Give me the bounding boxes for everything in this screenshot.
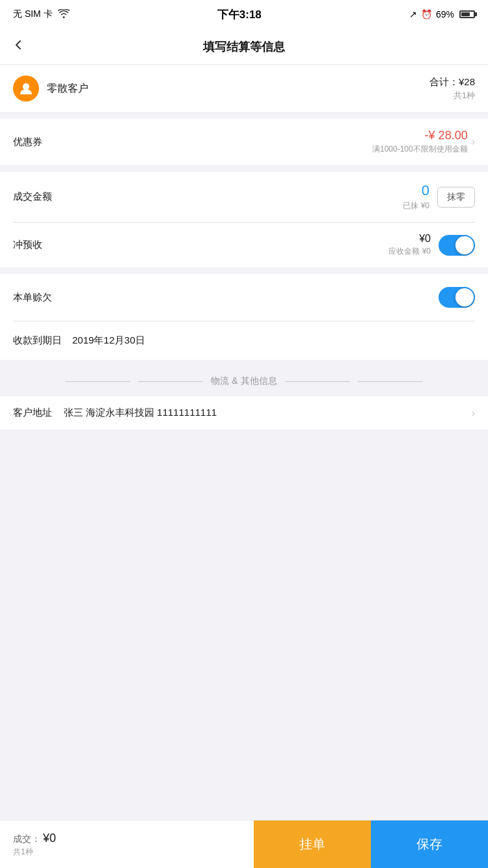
coupon-label: 优惠券 <box>13 136 42 148</box>
toggle-knob <box>455 236 474 254</box>
coupon-section: 优惠券 -¥ 28.00 满1000-100不限制使用金额 › <box>0 118 488 165</box>
prepay-row: 冲预收 ¥0 应收金额 ¥0 <box>13 223 475 267</box>
logistics-line-left <box>138 381 203 382</box>
prepay-value-block: ¥0 应收金额 ¥0 <box>388 233 431 257</box>
address-section[interactable]: 客户地址 张三 海淀永丰科技园 11111111111 › <box>0 396 488 429</box>
page-title: 填写结算等信息 <box>203 39 285 55</box>
logistics-label: 物流 & 其他信息 <box>65 375 422 387</box>
bottom-summary-main: 成交： ¥0 <box>13 832 241 845</box>
save-button[interactable]: 保存 <box>371 821 488 869</box>
status-bar: 无 SIM 卡 下午3:18 ↗ ⏰ 69% <box>0 0 488 29</box>
prepay-note: 应收金额 ¥0 <box>388 246 431 257</box>
debit-toggle-knob <box>455 288 474 306</box>
no-sim-text: 无 SIM 卡 <box>13 8 53 20</box>
bottom-label: 成交： <box>13 834 40 845</box>
coupon-desc: 满1000-100不限制使用金额 <box>372 144 468 155</box>
customer-left: 零散客户 <box>13 75 88 102</box>
debit-row: 本单赊欠 <box>13 274 475 321</box>
form-inner: 成交金额 0 已抹 ¥0 抹零 冲预收 ¥0 应收金额 ¥0 <box>0 172 488 267</box>
prepay-label: 冲预收 <box>13 239 65 251</box>
status-right: ↗ ⏰ 69% <box>409 9 475 20</box>
customer-name: 零散客户 <box>47 82 88 96</box>
customer-section: 零散客户 合计：¥28 共1种 <box>0 65 488 112</box>
logistics-line-right <box>285 381 350 382</box>
bottom-amount: ¥0 <box>43 832 56 845</box>
round-off-button[interactable]: 抹零 <box>437 187 475 208</box>
deal-value-block: 0 已抹 ¥0 <box>403 182 429 211</box>
coupon-row[interactable]: 优惠券 -¥ 28.00 满1000-100不限制使用金额 › <box>0 118 488 165</box>
hang-button[interactable]: 挂单 <box>254 821 371 869</box>
location-icon: ↗ <box>409 9 417 20</box>
customer-avatar <box>13 75 39 102</box>
prepay-toggle[interactable] <box>439 235 475 256</box>
customer-count: 共1种 <box>429 90 475 102</box>
alarm-icon: ⏰ <box>421 9 432 20</box>
prepay-amount: ¥0 <box>388 233 431 245</box>
address-value: 张三 海淀永丰科技园 11111111111 <box>64 407 467 419</box>
debit-toggle[interactable] <box>439 287 475 308</box>
bottom-count: 共1种 <box>13 847 241 858</box>
svg-point-0 <box>23 83 29 90</box>
bottom-bar: 成交： ¥0 共1种 挂单 保存 <box>0 820 488 868</box>
due-date-row: 收款到期日 2019年12月30日 <box>13 321 475 360</box>
deal-label: 成交金额 <box>13 191 65 203</box>
deal-note: 已抹 ¥0 <box>403 200 429 211</box>
status-left: 无 SIM 卡 <box>13 8 70 20</box>
status-time: 下午3:18 <box>217 7 262 22</box>
deal-row: 成交金额 0 已抹 ¥0 抹零 <box>13 172 475 223</box>
battery-text: 69% <box>436 9 454 20</box>
deal-amount: 0 <box>403 182 429 199</box>
coupon-right: -¥ 28.00 满1000-100不限制使用金额 › <box>372 129 475 155</box>
deal-right: 0 已抹 ¥0 抹零 <box>403 182 475 211</box>
wifi-icon <box>58 9 70 20</box>
logistics-section: 物流 & 其他信息 <box>0 366 488 396</box>
debit-section: 本单赊欠 收款到期日 2019年12月30日 <box>0 274 488 360</box>
debit-label: 本单赊欠 <box>13 292 52 304</box>
content: 零散客户 合计：¥28 共1种 优惠券 -¥ 28.00 满1000-100不限… <box>0 65 488 488</box>
coupon-amount: -¥ 28.00 <box>372 129 468 142</box>
back-button[interactable] <box>10 37 26 57</box>
bottom-summary: 成交： ¥0 共1种 <box>0 832 254 858</box>
battery-icon <box>459 10 475 18</box>
customer-total: 合计：¥28 <box>429 76 475 88</box>
coupon-chevron-icon: › <box>472 136 475 148</box>
customer-row: 零散客户 合计：¥28 共1种 <box>0 65 488 112</box>
address-label: 客户地址 <box>13 407 59 419</box>
due-date-label: 收款到期日 <box>13 334 62 347</box>
coupon-value-block: -¥ 28.00 满1000-100不限制使用金额 <box>372 129 468 155</box>
due-date-value: 2019年12月30日 <box>72 334 145 347</box>
deal-prepay-section: 成交金额 0 已抹 ¥0 抹零 冲预收 ¥0 应收金额 ¥0 <box>0 172 488 267</box>
customer-right: 合计：¥28 共1种 <box>429 76 475 102</box>
address-chevron-icon: › <box>472 407 475 419</box>
prepay-right: ¥0 应收金额 ¥0 <box>388 233 475 257</box>
nav-bar: 填写结算等信息 <box>0 29 488 65</box>
